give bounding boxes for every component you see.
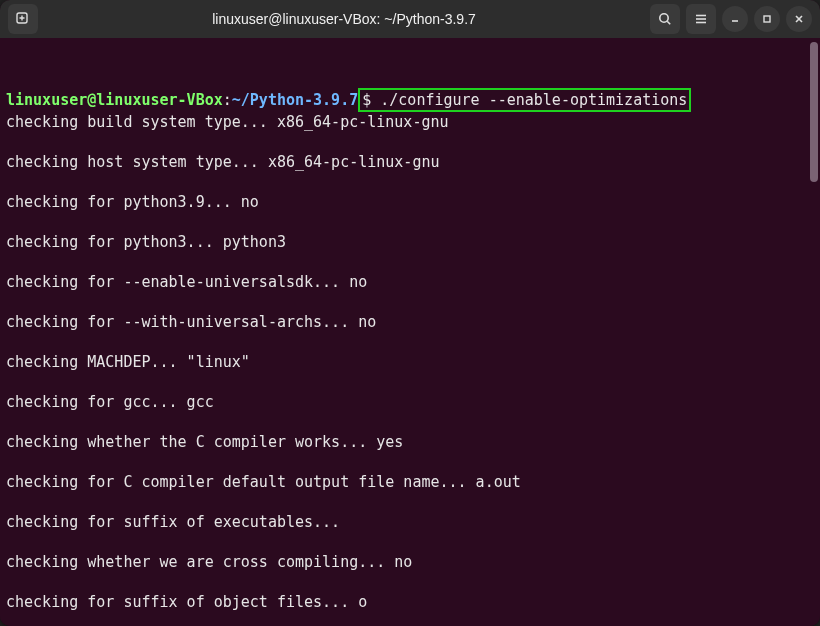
maximize-button[interactable] xyxy=(754,6,780,32)
output-line: checking whether we are cross compiling.… xyxy=(6,552,814,572)
close-button[interactable] xyxy=(786,6,812,32)
command-highlight-box: $ ./configure --enable-optimizations xyxy=(358,88,691,112)
prompt-path: ~/Python-3.9.7 xyxy=(232,91,358,109)
prompt-user-host: linuxuser@linuxuser-VBox xyxy=(6,91,223,109)
maximize-icon xyxy=(760,12,774,26)
hamburger-icon xyxy=(693,11,709,27)
minimize-icon xyxy=(728,12,742,26)
prompt-dollar: $ xyxy=(362,91,371,109)
close-icon xyxy=(792,12,806,26)
prompt-colon: : xyxy=(223,91,232,109)
terminal-body[interactable]: linuxuser@linuxuser-VBox:~/Python-3.9.7$… xyxy=(0,38,820,626)
command-text: ./configure --enable-optimizations xyxy=(371,91,687,109)
output-line: checking for --with-universal-archs... n… xyxy=(6,312,814,332)
output-line: checking for gcc... gcc xyxy=(6,392,814,412)
output-line: checking for C compiler default output f… xyxy=(6,472,814,492)
titlebar-left xyxy=(8,4,38,34)
output-line: checking for python3... python3 xyxy=(6,232,814,252)
scrollbar-thumb[interactable] xyxy=(810,42,818,182)
search-button[interactable] xyxy=(650,4,680,34)
output-line: checking whether the C compiler works...… xyxy=(6,432,814,452)
output-line: checking for --enable-universalsdk... no xyxy=(6,272,814,292)
terminal-window: linuxuser@linuxuser-VBox: ~/Python-3.9.7 xyxy=(0,0,820,626)
new-tab-icon xyxy=(15,11,31,27)
titlebar-right xyxy=(650,4,812,34)
svg-rect-9 xyxy=(764,16,770,22)
search-icon xyxy=(657,11,673,27)
output-line: checking MACHDEP... "linux" xyxy=(6,352,814,372)
new-tab-button[interactable] xyxy=(8,4,38,34)
output-line: checking build system type... x86_64-pc-… xyxy=(6,112,814,132)
prompt-line: linuxuser@linuxuser-VBox:~/Python-3.9.7$… xyxy=(6,88,691,112)
output-line: checking host system type... x86_64-pc-l… xyxy=(6,152,814,172)
minimize-button[interactable] xyxy=(722,6,748,32)
output-line: checking for suffix of executables... xyxy=(6,512,814,532)
window-title: linuxuser@linuxuser-VBox: ~/Python-3.9.7 xyxy=(44,11,644,27)
svg-line-4 xyxy=(667,21,670,24)
hamburger-menu-button[interactable] xyxy=(686,4,716,34)
svg-point-3 xyxy=(660,14,668,22)
output-line: checking for python3.9... no xyxy=(6,192,814,212)
titlebar: linuxuser@linuxuser-VBox: ~/Python-3.9.7 xyxy=(0,0,820,38)
output-line: checking for suffix of object files... o xyxy=(6,592,814,612)
